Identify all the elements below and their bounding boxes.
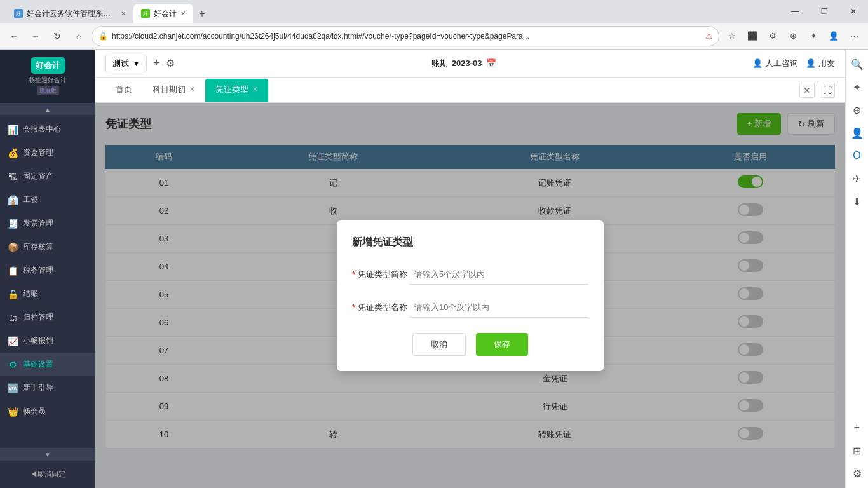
abbr-input[interactable] [409,264,588,285]
browser-tab-2[interactable]: 好 好会计 ✕ [133,4,193,23]
back-button[interactable]: ← [5,27,23,45]
tab-home[interactable]: 首页 [105,79,142,102]
sidebar-item-member[interactable]: 👑 畅会员 [0,400,95,423]
period-calendar-icon[interactable]: 📅 [486,58,496,68]
guide-icon: 🆕 [8,383,18,393]
sidebar-item-archive[interactable]: 🗂 归档管理 [0,306,95,329]
edge-collections-button[interactable]: ⊕ [848,100,867,119]
edge-grid-button[interactable]: ⊞ [848,441,867,460]
modal-cancel-button[interactable]: 取消 [412,333,466,356]
sidebar-item-tax[interactable]: 📋 税务管理 [0,259,95,282]
logo-name: 畅捷通好合计 [29,76,67,85]
scroll-down-button[interactable]: ▼ [0,448,95,460]
scroll-up-button[interactable]: ▲ [0,103,95,115]
browser-settings-button[interactable]: ⚙ [764,27,782,45]
copilot-button[interactable]: ✦ [804,27,822,45]
tab2-favicon: 好 [141,9,150,18]
workspace-chevron-icon: ▼ [133,60,140,67]
tab-window-expand-button[interactable]: ⛶ [820,83,835,98]
sidebar-item-dashboard[interactable]: 📊 会报表中心 [0,118,95,141]
sidebar-item-inventory[interactable]: 📦 库存核算 [0,235,95,259]
tab-subject[interactable]: 科目期初 ✕ [142,79,205,102]
edge-send-button[interactable]: ✈ [848,169,867,188]
sidebar-item-funds[interactable]: 💰 资金管理 [0,141,95,165]
consult-icon: 👤 [752,58,763,68]
inventory-icon: 📦 [8,242,18,252]
browser-tab-1[interactable]: 好 好会计云务软件管理系统_会计 ✕ [6,4,133,23]
add-workspace-button[interactable]: + [153,57,160,70]
sidebar-label-dashboard: 会报表中心 [23,124,61,135]
sidebar-label-salary: 工资 [23,194,38,205]
sidebar-menu: 📊 会报表中心 💰 资金管理 🏗 固定资产 👔 工资 🧾 发票管理 📦 [0,115,95,448]
edge-user-button[interactable]: 👤 [848,123,867,142]
sidebar-label-guide: 新手引导 [23,383,53,393]
workspace-selector[interactable]: 测试 ▼ [105,55,147,72]
tab-subject-close-icon[interactable]: ✕ [189,85,195,93]
new-tab-button[interactable]: + [193,5,211,23]
modal-save-button[interactable]: 保存 [476,333,528,356]
cancel-fixed-button[interactable]: ◀取消固定 [5,466,90,483]
period-display: 账期 2023-03 📅 [431,58,496,69]
forward-button[interactable]: → [27,27,44,45]
funds-icon: 💰 [8,148,18,158]
tab-window-controls: ✕ ⛶ [799,83,835,98]
edge-outlook-button[interactable]: O [848,146,867,165]
period-label: 账期 [431,58,448,69]
settings-icon: ⚙ [8,360,18,370]
user-label: 用友 [818,58,835,69]
sidebar-item-settings[interactable]: ⚙ 基础设置 [0,353,95,376]
close-button[interactable]: ✕ [839,0,868,23]
sidebar-item-assets[interactable]: 🏗 固定资产 [0,165,95,188]
sidebar-item-guide[interactable]: 🆕 新手引导 [0,376,95,400]
sidebar-item-invoice[interactable]: 🧾 发票管理 [0,212,95,235]
workspace-name: 测试 [112,58,129,69]
new-voucher-type-modal: 新增凭证类型 凭证类型简称 凭证类型名称 取消 保存 [337,220,604,371]
sidebar-label-member: 畅会员 [23,406,46,417]
consult-button[interactable]: 👤 人工咨询 [752,58,798,69]
assets-icon: 🏗 [8,172,18,182]
tab2-close-icon[interactable]: ✕ [180,10,186,17]
logo-icon: 好会计 [31,57,65,74]
tab-voucher-type[interactable]: 凭证类型 ✕ [205,79,268,102]
home-button[interactable]: ⌂ [70,27,88,45]
name-input[interactable] [409,297,588,318]
tab-voucher-type-close-icon[interactable]: ✕ [252,85,258,93]
edge-download-button[interactable]: ⬇ [848,192,867,211]
sidebar-label-settings: 基础设置 [23,359,53,370]
settings-gear-button[interactable]: ⚙ [166,57,175,69]
archive-icon: 🗂 [8,313,18,323]
reload-button[interactable]: ↻ [48,27,66,45]
member-icon: 👑 [8,407,18,417]
sidebar-item-close[interactable]: 🔒 结账 [0,282,95,306]
edge-search-button[interactable]: 🔍 [848,55,867,74]
sidebar-label-assets: 固定资产 [23,171,53,182]
minimize-button[interactable]: — [780,0,810,23]
tax-icon: 📋 [8,266,18,276]
favorites-button[interactable]: ☆ [723,27,741,45]
tab-home-label: 首页 [116,84,132,95]
collections-button[interactable]: ⊕ [784,27,802,45]
address-bar[interactable]: 🔒 https://cloud2.chanjet.com/accounting/… [92,26,719,46]
sidebar-item-report[interactable]: 📈 小畅报销 [0,329,95,353]
tab-window-close-button[interactable]: ✕ [799,83,815,98]
tab1-close-icon[interactable]: ✕ [121,10,126,17]
user-button[interactable]: 👤 用友 [806,58,835,69]
tab-navigation: 首页 科目期初 ✕ 凭证类型 ✕ ✕ ⛶ [95,78,845,103]
more-button[interactable]: ⋯ [845,27,863,45]
browser-extensions-button[interactable]: ⬛ [743,27,761,45]
form-row-abbr: 凭证类型简称 [352,264,588,285]
consult-label: 人工咨询 [765,58,798,69]
sidebar-label-tax: 税务管理 [23,265,53,276]
edge-add-button[interactable]: + [848,418,867,437]
edge-settings-button[interactable]: ⚙ [848,464,867,483]
modal-overlay: 新增凭证类型 凭证类型简称 凭证类型名称 取消 保存 [95,103,845,488]
topbar-right: 👤 人工咨询 👤 用友 [752,58,835,69]
profile-button[interactable]: 👤 [825,27,843,45]
edge-star-button[interactable]: ✦ [848,78,867,97]
salary-icon: 👔 [8,195,18,205]
sidebar-label-close: 结账 [23,288,38,299]
address-text: https://cloud2.chanjet.com/accounting/uh… [112,32,702,41]
sidebar-item-salary[interactable]: 👔 工资 [0,188,95,212]
maximize-button[interactable]: ❐ [810,0,839,23]
tab1-title: 好会计云务软件管理系统_会计 [27,8,117,19]
